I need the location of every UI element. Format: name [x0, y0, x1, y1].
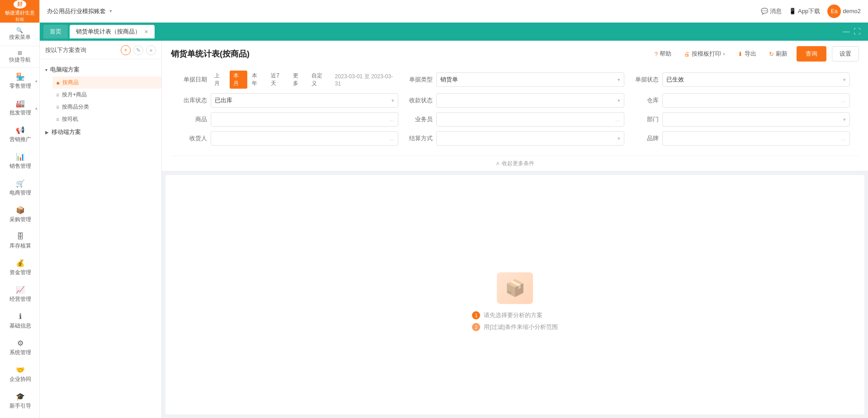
maximize-icon[interactable]: ⛶ [854, 28, 861, 36]
collapse-more-btn[interactable]: ∧ 收起更多条件 [171, 156, 859, 171]
tab-report-close-icon[interactable]: ✕ [144, 29, 148, 35]
topbar-left: 办公用品行业模拟账套 ▾ [47, 7, 112, 15]
date-tab-7days[interactable]: 近7天 [267, 71, 288, 89]
sidebar-item-system[interactable]: ⚙ 系统管理 [0, 334, 39, 361]
sidebar-item-finance[interactable]: 💰 资金管理 [0, 254, 39, 281]
sidebar-item-operation[interactable]: 📈 经营管理 [0, 281, 39, 308]
sidebar-item-system-label: 系统管理 [9, 349, 31, 356]
consignee-input[interactable]: … [211, 131, 398, 146]
filter-row-4: 收货人 … 结算方式 ▾ [180, 131, 850, 146]
doc-type-select[interactable]: 销货单 ▾ [436, 72, 624, 87]
user-avatar-btn[interactable]: Ea demo2 [827, 5, 861, 18]
date-tab-custom[interactable]: 自定义 [308, 71, 331, 89]
industry-dropdown-icon[interactable]: ▾ [109, 8, 112, 14]
sidebar-item-cooperation[interactable]: 🤝 企业协同 [0, 361, 39, 388]
empty-hint-2: 2 用[过滤]条件来缩小分析范围 [472, 323, 557, 331]
tree-mobile-section[interactable]: ▶ 移动端方案 [40, 125, 161, 139]
date-tab-this-month[interactable]: 本月 [230, 71, 248, 89]
goods-input[interactable]: … [211, 112, 398, 127]
sidebar-item-guide[interactable]: 🎓 新手引导 [0, 388, 39, 414]
sidebar-item-wholesale[interactable]: 🏭 批发管理 ▴ [0, 95, 39, 121]
dept-select[interactable]: ▾ [662, 112, 850, 127]
brand-input[interactable]: … [662, 131, 850, 146]
app-subtitle: 标账 [15, 16, 24, 23]
search-menu-item[interactable]: 🔍 搜索菜单 [0, 23, 39, 46]
chevron-up-icon: ▴ [35, 106, 38, 110]
tree-item-icon-2: ≡ [56, 104, 59, 110]
filter-panel-title: 按以下方案查询 [45, 46, 86, 54]
date-tab-last-month[interactable]: 上月 [211, 71, 229, 89]
minimize-icon[interactable]: — [843, 28, 850, 36]
tree-item-label-0: 按商品 [62, 79, 79, 86]
sidebar-item-sales-label: 销售管理 [9, 162, 31, 170]
goods-label: 商品 [180, 115, 207, 124]
doc-status-dropdown-icon: ▾ [843, 77, 846, 83]
export-btn[interactable]: ⬇ 导出 [734, 48, 760, 60]
sidebar-item-retail[interactable]: 🏪 零售管理 ▾ [0, 68, 39, 95]
sidebar-item-app-center[interactable]: 📱 应用中心 [0, 414, 39, 418]
refresh-btn[interactable]: ↻ 刷新 [765, 48, 791, 60]
empty-hints: 1 请先选择要分析的方案 2 用[过滤]条件来缩小分析范围 [472, 311, 557, 331]
tab-home[interactable]: 首页 [43, 25, 68, 38]
tree-item-label-3: 按司机 [62, 115, 78, 123]
settings-button[interactable]: 设置 [832, 46, 859, 62]
query-button[interactable]: 查询 [797, 46, 826, 62]
payment-status-select[interactable]: ▾ [436, 93, 624, 108]
report-main-area: 销货单统计表(按商品) ? 帮助 🖨 按模板打印 ▾ ⬇ [162, 41, 868, 418]
settle-select[interactable]: ▾ [436, 131, 624, 146]
sidebar-item-inventory[interactable]: 🗄 库存核算 [0, 228, 39, 254]
refresh-icon: ↻ [769, 51, 774, 57]
filter-col-consignee: 收货人 … [180, 131, 398, 146]
tab-report[interactable]: 销货单统计表（按商品） ✕ [70, 25, 155, 38]
tree-pc-section[interactable]: ▾ 电脑端方案 [40, 63, 161, 76]
payment-status-dropdown-icon: ▾ [618, 98, 620, 104]
quick-nav-item[interactable]: ⊞ 快捷导航 [0, 46, 39, 68]
sidebar-item-marketing[interactable]: 📢 营销推广 [0, 121, 39, 148]
salesman-more-icon[interactable]: … [615, 117, 620, 122]
sidebar-item-operation-label: 经营管理 [9, 295, 31, 303]
app-download-btn[interactable]: 📱 App下载 [789, 7, 820, 15]
tree-item-by-month-goods[interactable]: ≡ 按月+商品 [52, 89, 161, 101]
avatar: Ea [827, 5, 841, 18]
doc-status-select[interactable]: 已生效 ▾ [662, 72, 850, 87]
message-icon: 💬 [761, 8, 768, 14]
warehouse-input[interactable]: … [662, 93, 850, 108]
brand-label: 品牌 [632, 134, 659, 142]
print-dropdown-icon[interactable]: ▾ [723, 52, 725, 57]
sidebar-item-basic[interactable]: ℹ 基础信息 [0, 308, 39, 334]
filter-col-brand: 品牌 … [632, 131, 850, 146]
tree-item-by-goods[interactable]: ● 按商品 [52, 76, 161, 89]
tabbar: 首页 销货单统计表（按商品） ✕ — ⛶ [40, 23, 868, 41]
doc-status-label: 单据状态 [632, 76, 659, 84]
brand-more-icon[interactable]: … [841, 136, 846, 141]
tree-item-by-driver[interactable]: ≡ 按司机 [52, 113, 161, 125]
warehouse-more-icon[interactable]: … [841, 98, 846, 103]
empty-illustration [488, 259, 542, 304]
filter-panel-icon-btns: + ✎ « [121, 45, 156, 55]
hint-text-1: 请先选择要分析的方案 [484, 311, 542, 319]
doc-type-dropdown-icon: ▾ [618, 77, 620, 83]
help-btn[interactable]: ? 帮助 [651, 48, 675, 60]
collapse-panel-btn[interactable]: « [146, 45, 156, 55]
sidebar-item-finance-label: 资金管理 [9, 269, 31, 276]
date-tab-this-year[interactable]: 本年 [248, 71, 266, 89]
settle-dropdown-icon: ▾ [618, 136, 620, 142]
goods-more-icon[interactable]: … [389, 117, 394, 122]
tree-item-by-category[interactable]: ≡ 按商品分类 [52, 101, 161, 113]
add-scheme-btn[interactable]: + [121, 45, 131, 55]
sidebar-item-purchase[interactable]: 📦 采购管理 [0, 201, 39, 228]
guide-icon: 🎓 [16, 392, 25, 401]
consignee-more-icon[interactable]: … [389, 136, 394, 141]
out-status-select[interactable]: 已出库 ▾ [211, 93, 398, 108]
sidebar-item-sales[interactable]: 📊 销售管理 [0, 148, 39, 175]
date-tab-more[interactable]: 更多 [289, 71, 307, 89]
message-btn[interactable]: 💬 消息 [761, 7, 782, 15]
salesman-input[interactable]: … [436, 112, 624, 127]
edit-scheme-btn[interactable]: ✎ [133, 45, 143, 55]
settle-label: 结算方式 [406, 134, 433, 142]
hint-num-1: 1 [472, 311, 480, 319]
filter-col-doc-status: 单据状态 已生效 ▾ [632, 72, 850, 87]
operation-icon: 📈 [16, 285, 25, 294]
sidebar-item-ecommerce[interactable]: 🛒 电商管理 [0, 175, 39, 201]
print-btn[interactable]: 🖨 按模板打印 ▾ [680, 48, 729, 60]
